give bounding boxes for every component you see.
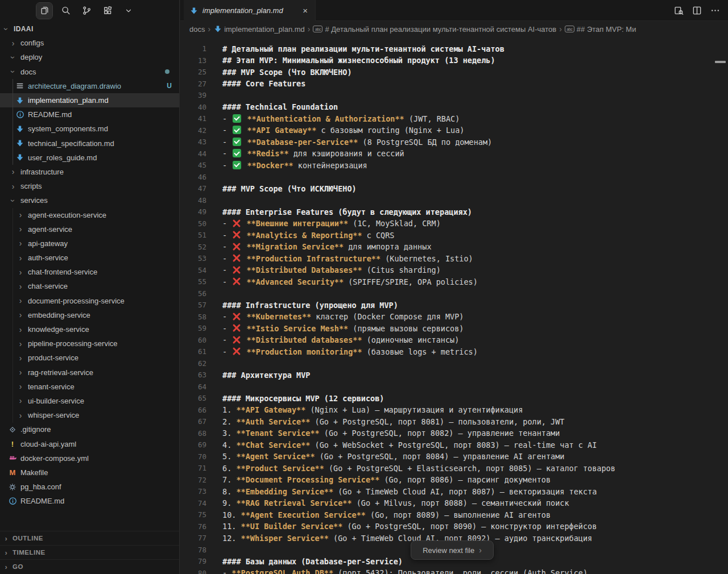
tree-item-deploy[interactable]: ›deploy (0, 50, 180, 64)
code-line-72[interactable]: 727. **Document Processing Service** (Go… (180, 474, 728, 486)
tree-item-scripts[interactable]: ›scripts (0, 179, 180, 193)
code-line-65[interactable]: 65#### Микросервисы MVP (12 сервисов) (180, 393, 728, 405)
tree-item-pg-hba-conf[interactable]: pg_hba.conf (0, 480, 180, 494)
tree-item-configs[interactable]: ›configs (0, 36, 180, 50)
code-line-49[interactable]: 49#### Enterprise Features (будут в след… (180, 206, 728, 218)
explorer-icon[interactable] (36, 3, 52, 19)
code-line-70[interactable]: 705. **Agent Service** (Go + PostgreSQL,… (180, 451, 728, 463)
tree-item-agent-execution-service[interactable]: ›agent-execution-service (0, 207, 180, 222)
search-icon[interactable] (57, 3, 73, 19)
code-line-42[interactable]: 42- **API Gateway** с базовым routing (N… (180, 124, 728, 136)
code-line-69[interactable]: 694. **Chat Service** (Go + WebSocket + … (180, 439, 728, 451)
tree-item-architecture-diagram-drawio[interactable]: architecture_diagram.drawioU (0, 79, 180, 93)
code-line-44[interactable]: 44- **Redis** для кэширования и сессий (180, 148, 728, 160)
code-line-51[interactable]: 51- **Analytics & Reporting** с CQRS (180, 230, 728, 242)
tree-item-services[interactable]: ›services (0, 193, 180, 207)
code-line-13[interactable]: 13## Этап MVP: Минимальный жизнеспособны… (180, 55, 728, 66)
tree-item-embedding-service[interactable]: ›embedding-service (0, 308, 180, 322)
section-timeline[interactable]: ›TIMELINE (0, 545, 180, 559)
tree-item-chat-frontend-service[interactable]: ›chat-frontend-service (0, 265, 180, 279)
tree-item-implementation-plan-md[interactable]: implementation_plan.md (0, 93, 180, 107)
code-line-68[interactable]: 683. **Tenant Service** (Go + PostgreSQL… (180, 427, 728, 439)
code-line-45[interactable]: 45- **Docker** контейнеризация (180, 160, 728, 172)
code-line-46[interactable]: 46 (180, 171, 728, 183)
code-line-74[interactable]: 749. **RAG Retrieval Service** (Go + Mil… (180, 497, 728, 509)
code-line-71[interactable]: 716. **Product Service** (Go + PostgreSQ… (180, 463, 728, 475)
code-line-59[interactable]: 59- **Istio Service Mesh** (прямые вызов… (180, 323, 728, 335)
code-line-75[interactable]: 7510. **Agent Execution Service** (Go, п… (180, 509, 728, 521)
tree-item-tenant-service[interactable]: ›tenant-service (0, 380, 180, 394)
code-line-67[interactable]: 672. **Auth Service** (Go + PostgreSQL, … (180, 416, 728, 428)
tree-item-knowledge-service[interactable]: ›knowledge-service (0, 322, 180, 336)
code-line-27[interactable]: 27#### Core Features (180, 78, 728, 90)
text-token: - (222, 568, 231, 574)
code-line-56[interactable]: 56 (180, 288, 728, 300)
code-line-73[interactable]: 738. **Embedding Service** (Go + TimeWeb… (180, 486, 728, 498)
code-line-43[interactable]: 43- **Database-per-Service** (8 PostgreS… (180, 136, 728, 148)
tree-item-auth-service[interactable]: ›auth-service (0, 251, 180, 265)
tree-item-technical-specification-md[interactable]: technical_specification.md (0, 136, 180, 151)
tree-root-idaai[interactable]: ›IDAAI (0, 22, 180, 36)
tab-implementation-plan[interactable]: implementation_plan.md × (184, 0, 316, 21)
code-line-62[interactable]: 62 (180, 357, 728, 369)
code-line-60[interactable]: 60- **Distributed databases** (одиночные… (180, 334, 728, 346)
breadcrumb-item[interactable]: abc# Детальный план реализации мульти-те… (313, 25, 556, 34)
tree-item-system-components-md[interactable]: system_components.md (0, 122, 180, 136)
code-line-61[interactable]: 61- **Production monitoring** (базовые l… (180, 346, 728, 358)
code-line-50[interactable]: 50- **Внешние интеграции** (1C, MoySklad… (180, 218, 728, 230)
tree-item-makefile[interactable]: MMakefile (0, 465, 180, 480)
tree-item-docs[interactable]: ›docs (0, 65, 180, 79)
tree-item-chat-service[interactable]: ›chat-service (0, 279, 180, 293)
split-editor-icon[interactable] (689, 3, 704, 18)
source-control-icon[interactable] (78, 3, 94, 19)
tree-item-infrastructure[interactable]: ›infrastructure (0, 165, 180, 179)
code-line-54[interactable]: 54- **Distributed Databases** (Citus sha… (180, 264, 728, 276)
tree-item-user-roles-guide-md[interactable]: user_roles_guide.md (0, 151, 180, 165)
breadcrumb-item[interactable]: abc## Этап MVP: Ми (565, 25, 636, 34)
code-line-66[interactable]: 661. **API Gateway** (Nginx + Lua) – мар… (180, 404, 728, 416)
code-line-52[interactable]: 52- **Migration Service** для импорта да… (180, 241, 728, 253)
line-text: ### Архитектура MVP (222, 371, 310, 380)
code-line-55[interactable]: 55- **Advanced Security** (SPIFFE/SPIRE,… (180, 276, 728, 288)
breadcrumb-item[interactable]: docs (189, 25, 205, 34)
code-area[interactable]: 1# Детальный план реализации мульти-тена… (180, 37, 728, 574)
code-line-57[interactable]: 57#### Infrastructure (упрощено для MVP) (180, 300, 728, 311)
tree-item-docker-compose-yml[interactable]: docker-compose.yml (0, 451, 180, 465)
tree-item-whisper-service[interactable]: ›whisper-service (0, 408, 180, 422)
tree-item-document-processing-service[interactable]: ›document-processing-service (0, 294, 180, 308)
code-line-39[interactable]: 39 (180, 90, 728, 102)
open-preview-side-icon[interactable] (671, 3, 686, 18)
tree-item-readme-md[interactable]: README.md (0, 107, 180, 122)
tree-item-agent-service[interactable]: ›agent-service (0, 222, 180, 236)
code-line-1[interactable]: 1# Детальный план реализации мульти-тена… (180, 43, 728, 55)
section-go[interactable]: ›GO (0, 559, 180, 573)
tree-item-label: scripts (20, 182, 42, 190)
tree-item-rag-retrieval-service[interactable]: ›rag-retrieval-service (0, 365, 180, 380)
tree-item-ui-builder-service[interactable]: ›ui-builder-service (0, 394, 180, 408)
code-line-58[interactable]: 58- **Kubernetes** кластер (Docker Compo… (180, 311, 728, 323)
line-number: 25 (180, 68, 206, 76)
code-line-48[interactable]: 48 (180, 194, 728, 206)
code-line-63[interactable]: 63### Архитектура MVP (180, 369, 728, 381)
tree-item-cloud-ai-api-yaml[interactable]: !cloud-ai-api.yaml (0, 436, 180, 451)
code-line-53[interactable]: 53- **Production Infrastructure** (Kuber… (180, 253, 728, 265)
tab-close-icon[interactable]: × (301, 6, 309, 15)
tree-item-readme-md[interactable]: README.md (0, 494, 180, 508)
code-line-76[interactable]: 7611. **UI Builder Service** (Go + Postg… (180, 521, 728, 533)
breadcrumb-item[interactable]: implementation_plan.md (213, 25, 305, 34)
code-line-80[interactable]: 80- **PostgreSQL Auth DB** (порт 5432): … (180, 567, 728, 574)
code-line-47[interactable]: 47### MVP Scope (Что ИСКЛЮЧЕНО) (180, 183, 728, 195)
code-line-25[interactable]: 25### MVP Scope (Что ВКЛЮЧЕНО) (180, 66, 728, 78)
tree-item-api-gateway[interactable]: ›api-gateway (0, 236, 180, 251)
code-line-40[interactable]: 40#### Technical Foundation (180, 101, 728, 113)
tree-item-pipeline-processing-service[interactable]: ›pipeline-processing-service (0, 336, 180, 351)
more-actions-icon[interactable] (708, 3, 722, 18)
code-line-41[interactable]: 41- **Authentication & Authorization** (… (180, 113, 728, 125)
code-line-64[interactable]: 64 (180, 381, 728, 393)
review-next-file-button[interactable]: Review next file › (411, 540, 494, 560)
chevron-down-icon[interactable] (121, 3, 136, 19)
tree-item-product-service[interactable]: ›product-service (0, 351, 180, 365)
tree-item--gitignore[interactable]: .gitignore (0, 422, 180, 436)
extensions-icon[interactable] (100, 3, 115, 19)
section-outline[interactable]: ›OUTLINE (0, 531, 180, 545)
